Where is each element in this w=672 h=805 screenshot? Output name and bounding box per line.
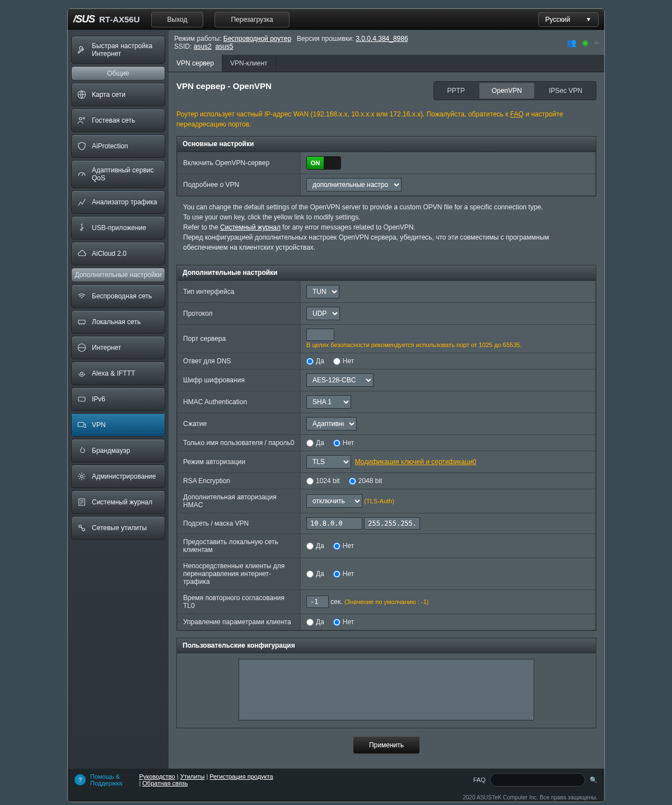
comp-select[interactable]: Адаптивное: [306, 417, 357, 430]
language-selector[interactable]: Русский▼: [538, 12, 599, 27]
sidebar-guest[interactable]: Гостевая сеть: [72, 109, 165, 132]
footer-utility[interactable]: Утилиты: [180, 773, 205, 780]
rsa-1024[interactable]: 1024 bit: [306, 477, 340, 485]
redirect-yes[interactable]: Да: [306, 570, 324, 578]
mgmt-no[interactable]: Нет: [333, 618, 354, 626]
tab-openvpn[interactable]: OpenVPN: [479, 83, 534, 99]
mgmt-yes[interactable]: Да: [306, 618, 324, 626]
usb-status-icon[interactable]: ⎓: [594, 38, 599, 47]
tab-vpn-server[interactable]: VPN сервер: [169, 55, 222, 72]
sidebar-wan[interactable]: Интернет: [72, 336, 165, 359]
sidebar-lan[interactable]: Локальная сеть: [72, 311, 165, 333]
keys-link[interactable]: Модификация ключей и сертификаци0: [355, 458, 477, 466]
vpn-icon: [76, 419, 87, 430]
globe-icon: [76, 89, 87, 100]
svg-point-1: [80, 118, 82, 120]
opmode-link[interactable]: Беспроводной роутер: [223, 35, 291, 43]
faq-link[interactable]: FAQ: [510, 110, 524, 118]
svg-rect-7: [78, 423, 84, 427]
enable-toggle[interactable]: ON: [306, 156, 341, 170]
nav-header-general: Общие: [71, 66, 165, 81]
section-userconfig: Пользовательские конфигурация: [176, 638, 596, 728]
users-icon: [76, 115, 87, 126]
pushlan-yes[interactable]: Да: [306, 542, 324, 550]
userconfig-textarea[interactable]: [239, 659, 534, 720]
tab-ipsec[interactable]: IPSec VPN: [536, 83, 595, 99]
mask-input[interactable]: [364, 517, 420, 530]
reneg-input[interactable]: [306, 596, 329, 608]
svg-rect-3: [78, 320, 85, 324]
sidebar-nettools[interactable]: Сетевые утилиты: [72, 517, 165, 539]
cipher-select[interactable]: AES-128-CBC: [306, 373, 374, 387]
sidebar-ipv6[interactable]: IPv6: [72, 388, 165, 410]
proto-select[interactable]: UDP: [306, 307, 340, 320]
cloud-icon: [76, 248, 87, 259]
sidebar-vpn[interactable]: VPN: [72, 414, 165, 436]
brand-logo: /SUS: [73, 13, 95, 25]
section-advanced: Дополнительные настройки Тип интерфейсаT…: [176, 265, 596, 631]
auth-select[interactable]: TLS: [306, 455, 351, 469]
subnet-input[interactable]: [306, 517, 362, 530]
chart-icon: [76, 196, 87, 208]
footer-faq[interactable]: FAQ: [473, 776, 486, 783]
port-input[interactable]: [306, 329, 334, 341]
tab-pptp[interactable]: PPTP: [435, 83, 477, 99]
apply-button[interactable]: Применить: [353, 736, 420, 754]
sidebar-alexa[interactable]: Alexa & IFTTT: [72, 362, 165, 385]
footer-register[interactable]: Регистрация продукта: [209, 773, 273, 780]
svg-point-5: [81, 372, 83, 375]
faq-search-input[interactable]: [490, 773, 585, 787]
app-frame: /SUS RT-AX56U Выход Перезагрузка Русский…: [67, 8, 605, 802]
syslog-link[interactable]: Системный журнал: [220, 223, 281, 231]
redirect-no[interactable]: Нет: [333, 570, 354, 578]
sidebar-firewall[interactable]: Брандмауэр: [72, 439, 165, 462]
sidebar-wireless[interactable]: Беспроводная сеть: [72, 285, 165, 307]
vpn-tabs: VPN сервер VPN-клиент: [169, 55, 604, 72]
sidebar-traffic[interactable]: Анализатор трафика: [72, 191, 165, 213]
rsa-2048[interactable]: 2048 bit: [349, 477, 382, 485]
useronly-yes[interactable]: Да: [306, 439, 324, 447]
ssid2-link[interactable]: asus5: [215, 43, 233, 50]
useronly-no[interactable]: Нет: [333, 439, 354, 447]
logout-button[interactable]: Выход: [151, 12, 204, 27]
sidebar-netmap[interactable]: Карта сети: [72, 83, 165, 106]
dns-yes[interactable]: Да: [306, 357, 324, 365]
gauge-icon: [76, 169, 87, 180]
dns-no[interactable]: Нет: [333, 357, 354, 365]
wifi-icon: [76, 291, 87, 302]
search-icon[interactable]: 🔍: [590, 776, 598, 784]
footer-feedback[interactable]: Обратная связь: [142, 780, 188, 787]
pushlan-no[interactable]: Нет: [333, 542, 354, 550]
iface-select[interactable]: TUN: [306, 285, 339, 298]
ssid1-link[interactable]: asus2: [194, 43, 212, 50]
status-led-icon[interactable]: ◉: [582, 38, 589, 47]
sidebar-qis[interactable]: Быстрая настройка Интернет: [72, 36, 165, 63]
sidebar-aicloud[interactable]: AiCloud 2.0: [72, 242, 165, 265]
hmac-select[interactable]: SHA 1: [306, 395, 351, 409]
usb-icon: [76, 222, 87, 233]
section-basic: Основные настройки Включить OpenVPN-серв…: [176, 136, 596, 196]
lan-icon: [76, 316, 87, 327]
fw-link[interactable]: 3.0.0.4.384_8986: [356, 35, 408, 43]
tools-icon: [76, 522, 87, 533]
reboot-button[interactable]: Перезагрузка: [214, 12, 289, 27]
tab-vpn-client[interactable]: VPN-клиент: [222, 55, 276, 72]
status-bar: Режим работы: Беспроводной роутер Версия…: [169, 30, 604, 55]
footer-manual[interactable]: Руководство: [139, 773, 175, 780]
footer: ? Помощь &Поддержка Руководство | Утилит…: [68, 769, 604, 791]
info-note: You can change the default settings of t…: [176, 196, 596, 258]
sidebar-syslog[interactable]: Системный журнал: [72, 491, 165, 513]
sidebar-qos[interactable]: Адаптивный сервис QoS: [72, 161, 165, 188]
help-icon[interactable]: ?: [74, 774, 86, 785]
details-select[interactable]: дополнительные настройки: [306, 178, 402, 191]
topbar: /SUS RT-AX56U Выход Перезагрузка Русский…: [68, 9, 604, 30]
sidebar-usb[interactable]: USB-приложение: [72, 217, 165, 239]
clients-icon[interactable]: 👥: [567, 38, 576, 47]
fire-icon: [76, 445, 87, 456]
sidebar: Быстрая настройка Интернет Общие Карта с…: [68, 30, 169, 769]
tlsauth-select[interactable]: отключить: [306, 494, 362, 508]
wan-warning: Роутер использует частный IP-адрес WAN (…: [176, 100, 596, 129]
sidebar-admin[interactable]: Администрирование: [72, 465, 165, 488]
globe-icon: [76, 342, 87, 353]
sidebar-aiprotection[interactable]: AiProtection: [72, 135, 165, 157]
